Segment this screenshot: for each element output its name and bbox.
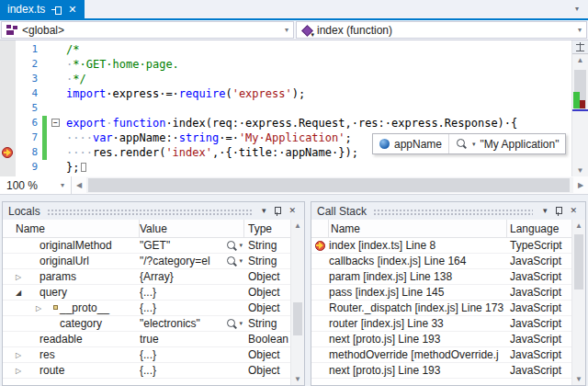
magnifier-icon[interactable] [226, 240, 238, 252]
code-editor[interactable]: 1/*2·*·GET·home·page.3·*/4import·express… [0, 40, 588, 176]
call-stack-row[interactable]: next [proto.js] Line 193JavaScript [311, 363, 571, 379]
horizontal-scrollbar-track[interactable] [86, 177, 573, 193]
frame-name: Router._dispatch [index.js] Line 173 [329, 301, 507, 315]
magnifier-icon[interactable] [226, 318, 238, 330]
variable-type: String [244, 238, 290, 253]
window-menu-icon[interactable]: ▾ [539, 202, 551, 220]
datatip-variable-value: "My Application" [481, 138, 560, 151]
frame-name: pass [index.js] Line 145 [329, 285, 507, 300]
value-visualizer[interactable]: ▾ [226, 318, 243, 330]
editor-vertical-scrollbar[interactable]: ▲ ▼ [571, 40, 588, 176]
editor-split-handle[interactable] [572, 40, 588, 54]
call-stack-row[interactable]: param [index.js] Line 138JavaScript [311, 269, 571, 285]
column-header-value[interactable]: Value [140, 220, 244, 237]
horizontal-scrollbar-thumb[interactable] [88, 178, 570, 192]
variable-name-cell: readable [3, 332, 140, 346]
close-icon[interactable]: ✕ [68, 5, 76, 15]
breakpoint-current-statement-icon[interactable] [2, 147, 13, 158]
chevron-down-icon[interactable]: ▾ [472, 141, 476, 148]
code-line[interactable]: 3·*/ [0, 72, 571, 86]
scroll-down-icon[interactable]: ▼ [291, 373, 304, 385]
locals-row[interactable]: originalUrl"/?category=el▾String [3, 254, 290, 269]
call-stack-row[interactable]: Router._dispatch [index.js] Line 173Java… [311, 301, 571, 316]
variable-value: {...} [140, 301, 243, 314]
code-line[interactable]: 6−export·function·index(req:·express.Req… [0, 116, 571, 131]
locals-title-bar[interactable]: Locals ▾ ✕ [3, 202, 304, 220]
pin-icon[interactable] [51, 6, 62, 14]
tree-expand-icon[interactable]: ▷ [32, 304, 45, 312]
variable-value: {Array} [140, 270, 243, 283]
column-header-name[interactable]: Name [3, 220, 140, 237]
line-number: 1 [16, 42, 42, 57]
scroll-up-icon[interactable]: ▲ [572, 220, 585, 232]
scrollbar-thumb[interactable] [293, 302, 302, 335]
code-line[interactable]: 1/* [0, 42, 571, 57]
locals-row[interactable]: ▷route{...}Object [3, 363, 290, 379]
call-stack-row[interactable]: index [index.ts] Line 8TypeScript [311, 238, 571, 254]
tree-expand-icon[interactable]: ▷ [12, 273, 25, 281]
locals-row[interactable]: ◢query{...}Object [3, 285, 290, 301]
call-stack-row[interactable]: next [proto.js] Line 193JavaScript [311, 332, 571, 347]
scroll-down-icon[interactable]: ▼ [572, 165, 588, 176]
tree-expand-icon[interactable]: ▷ [12, 351, 25, 359]
datatip-variable[interactable]: appName [373, 134, 449, 153]
code-line[interactable]: 9}; [0, 160, 571, 175]
call-stack-scrollbar[interactable]: ▲ ▼ [571, 220, 585, 385]
code-token: }; [66, 161, 79, 174]
code-token: import [66, 87, 106, 100]
scrollbar-thumb[interactable] [574, 234, 583, 290]
code-line[interactable]: 4import·express·=·require('express'); [0, 86, 571, 101]
magnifier-icon[interactable] [456, 138, 468, 150]
fold-collapse-icon[interactable]: − [51, 119, 60, 127]
member-dropdown[interactable]: index (function) ▾ [296, 21, 587, 39]
call-stack-title-bar[interactable]: Call Stack ▾ ✕ [311, 202, 585, 220]
locals-row[interactable]: originalMethod"GET"▾String [3, 238, 290, 254]
chevron-down-icon[interactable]: ▾ [239, 242, 243, 249]
call-stack-row[interactable]: router [index.js] Line 33JavaScript [311, 316, 571, 332]
close-icon[interactable]: ✕ [566, 202, 581, 220]
tree-collapse-icon[interactable]: ◢ [12, 289, 25, 297]
frame-icon-cell [311, 316, 329, 331]
code-line[interactable]: 2·*·GET·home·page. [0, 57, 571, 72]
code-line[interactable]: 5 [0, 101, 571, 116]
column-header-type[interactable]: Type [244, 220, 290, 237]
frame-icon-cell [311, 332, 329, 346]
magnifier-icon[interactable] [226, 255, 238, 267]
locals-row[interactable]: ▷__proto__{...}Object [3, 301, 290, 316]
frame-icon-cell [311, 238, 329, 253]
value-visualizer[interactable]: ▾ [226, 240, 243, 252]
scroll-down-icon[interactable]: ▼ [572, 373, 585, 385]
column-header-language[interactable]: Language [507, 220, 571, 237]
window-menu-icon[interactable]: ▾ [258, 202, 270, 220]
call-stack-row[interactable]: callbacks [index.js] Line 164JavaScript [311, 254, 571, 269]
pin-icon[interactable] [554, 206, 562, 217]
tab-list-dropdown-icon[interactable]: ▾ [575, 5, 579, 13]
code-token: ·index(req:·express.Request,·res:·expres… [165, 117, 517, 130]
scroll-up-icon[interactable]: ▲ [291, 220, 304, 232]
chevron-down-icon[interactable]: ▾ [239, 257, 243, 265]
variable-type: String [244, 254, 290, 268]
zoom-control[interactable]: 100 % ▾ [0, 176, 72, 194]
vs-debugger-window: index.ts ✕ ▾ <global> ▾ index (function)… [0, 0, 588, 386]
debugger-datatip: appName ▾ "My Application" [372, 133, 566, 154]
column-header-name[interactable]: Name [329, 220, 507, 237]
scroll-right-icon[interactable]: ▶ [573, 176, 588, 194]
locals-row[interactable]: readabletrueBoolean [3, 332, 290, 347]
scroll-left-icon[interactable]: ◀ [72, 176, 86, 194]
close-icon[interactable]: ✕ [285, 202, 300, 220]
pin-icon[interactable] [273, 206, 281, 217]
title-grip-texture [47, 209, 252, 216]
value-visualizer[interactable]: ▾ [226, 255, 243, 267]
scroll-up-icon[interactable]: ▲ [572, 54, 588, 66]
locals-row[interactable]: ▷params{Array}Object [3, 269, 290, 285]
locals-row[interactable]: category"electronics"▾String [3, 316, 290, 332]
locals-row[interactable]: ▷res{...}Object [3, 347, 290, 363]
scrollbar-track[interactable] [572, 66, 588, 165]
tab-index-ts[interactable]: index.ts ✕ [0, 0, 85, 18]
call-stack-row[interactable]: pass [index.js] Line 145JavaScript [311, 285, 571, 301]
scope-dropdown[interactable]: <global> ▾ [1, 21, 294, 39]
chevron-down-icon[interactable]: ▾ [239, 320, 243, 327]
locals-scrollbar[interactable]: ▲ ▼ [290, 220, 304, 385]
call-stack-row[interactable]: methodOverride [methodOverride.jJavaScri… [311, 347, 571, 363]
tree-expand-icon[interactable]: ▷ [12, 367, 25, 375]
